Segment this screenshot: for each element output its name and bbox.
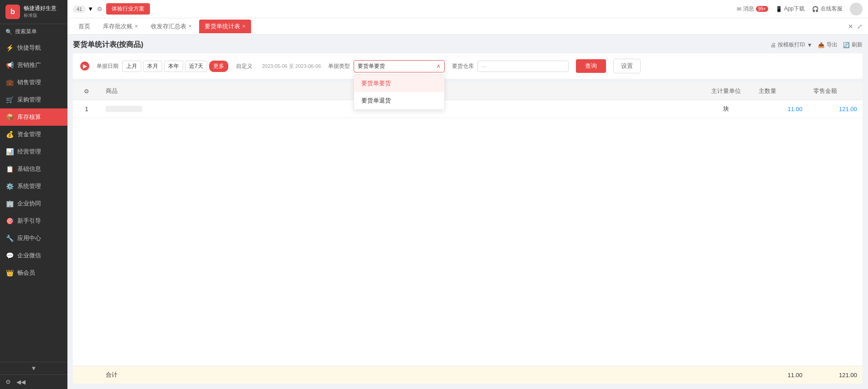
tab-order-stat-close[interactable]: ✕	[242, 24, 246, 29]
filter-date-range: 2023-05-06 至 2023-06-06	[262, 63, 321, 70]
sidebar-item-guide[interactable]: 🎯 新手引导	[0, 212, 67, 230]
filter-date-label: 单据日期	[97, 62, 118, 70]
th-settings[interactable]: ⚙	[73, 82, 100, 100]
sidebar-item-label: 畅会员	[17, 269, 35, 277]
sidebar-item-label: 应用中心	[17, 234, 41, 242]
sidebar-item-member[interactable]: 👑 畅会员	[0, 264, 67, 282]
sidebar-item-enterprise[interactable]: 🏢 企业协同	[0, 195, 67, 212]
sidebar-item-finance[interactable]: 💰 资金管理	[0, 126, 67, 143]
download-icon: 📱	[776, 6, 782, 12]
guide-icon: 🎯	[5, 217, 14, 225]
filter-expand-btn[interactable]: ▶	[80, 61, 89, 71]
chevron-down-icon: ▼	[87, 5, 93, 12]
sidebar-item-system[interactable]: ⚙️ 系统管理	[0, 178, 67, 195]
sidebar-item-label: 企业微信	[17, 251, 41, 260]
finance-icon: 💰	[5, 130, 14, 138]
export-btn[interactable]: 📤 导出	[818, 41, 837, 49]
table-row: 1 块 11.00 121.00	[73, 100, 863, 118]
sidebar-nav: ⚡ 快捷导航 📢 营销推广 💼 销售管理 🛒 采购管理 📦 库存核算 💰 资金管…	[0, 39, 67, 362]
enterprise-icon: 🏢	[5, 200, 14, 208]
tab-batch-label: 库存批次账	[103, 22, 133, 31]
tab-batch-close[interactable]: ✕	[134, 24, 138, 29]
tab-home[interactable]: 首页	[73, 20, 96, 33]
sidebar-item-marketing[interactable]: 📢 营销推广	[0, 56, 67, 74]
tab-receive-close[interactable]: ✕	[188, 24, 192, 29]
tf-unit	[699, 366, 753, 384]
settings-bottom-btn[interactable]: ⚙	[5, 379, 11, 385]
tab-order-stat-label: 要货单统计表	[205, 22, 240, 31]
refresh-icon: 🔄	[843, 42, 850, 48]
page-title: 要货单统计表(按商品)	[73, 40, 144, 50]
filter-type-label: 单据类型	[328, 62, 350, 70]
sidebar-item-label: 新手引导	[17, 217, 41, 225]
sidebar-scroll-down[interactable]: ▼	[0, 362, 67, 374]
sidebar-search[interactable]: 🔍 搜索菜单	[0, 24, 67, 39]
filter-warehouse-group: 要货仓库 ···	[452, 61, 569, 72]
tf-label: 合计	[100, 366, 699, 384]
dropdown-item-return[interactable]: 要货单退货	[354, 92, 444, 109]
page-actions: 🖨 按模板打印 ▼ 📤 导出 🔄 刷新	[770, 41, 863, 49]
table-body: 1 块 11.00 121.00	[73, 100, 863, 366]
filter-7days-btn[interactable]: 近7天	[185, 61, 207, 72]
navtabs-actions: ✕ ⤢	[848, 23, 863, 30]
headset-icon: 🎧	[812, 6, 819, 12]
search-label: 搜索菜单	[15, 28, 37, 36]
filter-custom-btn[interactable]: 自定义	[232, 61, 257, 72]
sidebar-item-sales[interactable]: 💼 销售管理	[0, 74, 67, 91]
sales-icon: 💼	[5, 78, 14, 87]
filter-date-group: 单据日期 上月 本月 本年 近7天 更多 自定义 2023-05-06 至 20…	[97, 61, 321, 72]
data-table: ⚙ 商品 主计量单位 主数量 零售金额 1	[73, 82, 863, 384]
amount-link[interactable]: 121.00	[839, 106, 857, 113]
filter-warehouse-select[interactable]: ···	[478, 61, 569, 72]
sidebar-item-appstore[interactable]: 🔧 应用中心	[0, 230, 67, 247]
filter-this-year-btn[interactable]: 本年	[164, 61, 183, 72]
filter-this-month-btn[interactable]: 本月	[143, 61, 162, 72]
sidebar-item-label: 经营管理	[17, 148, 41, 156]
sidebar-item-label: 采购管理	[17, 96, 41, 104]
online-service-btn[interactable]: 🎧 在线客服	[812, 5, 842, 13]
topbar-tabs-area: 41 ▼ ⚙ 体验行业方案	[73, 3, 731, 15]
member-icon: 👑	[5, 269, 14, 277]
warehouse-more-icon: ···	[482, 63, 487, 70]
tab-order-stat[interactable]: 要货单统计表 ✕	[199, 20, 251, 33]
sidebar-item-operation[interactable]: 📊 经营管理	[0, 143, 67, 160]
promo-button[interactable]: 体验行业方案	[106, 3, 150, 15]
search-icon: 🔍	[5, 29, 12, 35]
app-download-btn[interactable]: 📱 App下载	[776, 5, 805, 13]
tab-batch[interactable]: 库存批次账 ✕	[98, 20, 144, 33]
th-amount: 零售金额	[808, 82, 863, 100]
version-dropdown[interactable]: ▼	[87, 5, 93, 12]
refresh-btn[interactable]: 🔄 刷新	[843, 41, 863, 49]
wechat-icon: 💬	[5, 251, 14, 260]
close-all-btn[interactable]: ✕	[848, 23, 853, 30]
sidebar-item-label: 营销推广	[17, 61, 41, 69]
quantity-link[interactable]: 11.00	[787, 106, 802, 113]
collapse-btn[interactable]: ◀◀	[16, 379, 26, 385]
sidebar-item-label: 系统管理	[17, 182, 41, 190]
sidebar-item-purchase[interactable]: 🛒 采购管理	[0, 91, 67, 108]
sidebar-bottom: ⚙ ◀◀	[0, 374, 67, 389]
setting-button[interactable]: 设置	[613, 59, 641, 73]
sidebar-item-wechat[interactable]: 💬 企业微信	[0, 247, 67, 264]
tab-receive[interactable]: 收发存汇总表 ✕	[145, 20, 197, 33]
topbar-settings-btn[interactable]: ⚙	[95, 4, 104, 14]
tf-empty	[73, 366, 100, 384]
sidebar-item-label: 资金管理	[17, 130, 41, 138]
messages-btn[interactable]: ✉ 消息 99+	[737, 5, 768, 13]
filter-more-btn[interactable]: 更多	[209, 61, 228, 72]
sidebar-item-basic[interactable]: 📋 基础信息	[0, 160, 67, 178]
expand-tabs-btn[interactable]: ⤢	[857, 23, 863, 30]
filter-last-month-btn[interactable]: 上月	[122, 61, 141, 72]
print-icon: 🖨	[770, 42, 776, 48]
dropdown-item-order[interactable]: 要货单要货	[354, 75, 444, 92]
sidebar-item-quick-nav[interactable]: ⚡ 快捷导航	[0, 39, 67, 56]
sidebar-item-inventory[interactable]: 📦 库存核算	[0, 108, 67, 126]
filter-type-select[interactable]: 要货单要货 ∧	[354, 60, 445, 72]
query-button[interactable]: 查询	[576, 59, 606, 73]
print-btn[interactable]: 🖨 按模板打印 ▼	[770, 41, 812, 49]
td-unit: 块	[699, 100, 753, 118]
tab-home-label: 首页	[78, 22, 90, 31]
user-avatar[interactable]	[850, 3, 863, 15]
main-content: 41 ▼ ⚙ 体验行业方案 ✉ 消息 99+ 📱 App下载 🎧 在线客服	[67, 0, 868, 389]
filter-type-select-wrapper: 要货单要货 ∧ 要货单要货 要货单退货	[354, 60, 445, 72]
